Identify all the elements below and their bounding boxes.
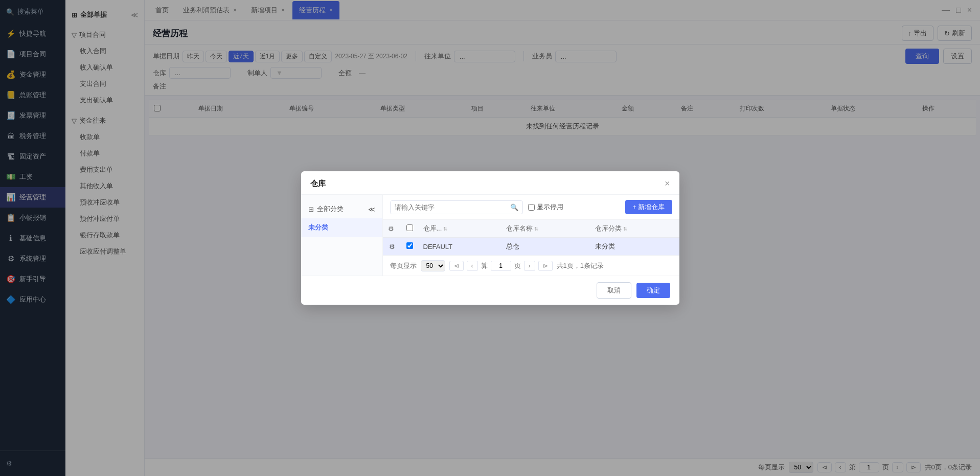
modal-total-info: 共1页，1条记录 xyxy=(557,261,604,270)
modal-page-nav: ⊲ ‹ 算 页 › ⊳ xyxy=(449,261,553,271)
modal-next-page[interactable]: › xyxy=(524,261,535,271)
sort-icon-name[interactable]: ⇅ xyxy=(534,226,538,232)
th-warehouse-name: 仓库名称 ⇅ xyxy=(501,220,590,238)
row-check-1[interactable] xyxy=(406,242,413,249)
modal-uncategorized-label: 未分类 xyxy=(308,223,328,232)
modal-table-wrap: ⚙ 仓库... ⇅ 仓库名称 xyxy=(383,220,679,256)
modal-page-input[interactable] xyxy=(491,261,511,271)
modal-first-page[interactable]: ⊲ xyxy=(449,261,464,271)
modal-search-input[interactable] xyxy=(391,201,506,214)
modal-warehouse: 仓库 × ⊞ 全部分类 ≪ 未分类 xyxy=(301,171,679,305)
modal-table-header: ⚙ 仓库... ⇅ 仓库名称 xyxy=(383,220,679,238)
modal-header: 仓库 × xyxy=(301,171,679,195)
row-gear-1[interactable]: ⚙ xyxy=(383,238,401,256)
modal-category-sidebar: ⊞ 全部分类 ≪ 未分类 xyxy=(301,195,383,276)
modal-jump-label: 算 xyxy=(481,261,488,270)
row-name-1: 总仓 xyxy=(501,238,590,256)
modal-search-icon[interactable]: 🔍 xyxy=(506,203,522,211)
modal-per-page-label: 每页显示 xyxy=(390,261,417,270)
modal-prev-page[interactable]: ‹ xyxy=(467,261,478,271)
cancel-button[interactable]: 取消 xyxy=(597,282,631,299)
th-warehouse-category: 仓库分类 ⇅ xyxy=(590,220,679,238)
show-disabled-label[interactable]: 显示停用 xyxy=(528,202,563,212)
modal-toolbar: 🔍 显示停用 + 新增仓库 xyxy=(383,195,679,220)
modal-last-page[interactable]: ⊳ xyxy=(538,261,553,271)
modal-uncategorized[interactable]: 未分类 xyxy=(301,218,382,237)
row-category-1: 未分类 xyxy=(590,238,679,256)
th-warehouse-code: 仓库... ⇅ xyxy=(418,220,502,238)
th-checkbox xyxy=(401,220,418,238)
show-disabled-text: 显示停用 xyxy=(537,202,563,212)
modal-page-size-select[interactable]: 50 xyxy=(421,260,445,271)
modal-content: 🔍 显示停用 + 新增仓库 ⚙ xyxy=(383,195,679,276)
modal-all-categories-label: 全部分类 xyxy=(317,205,344,214)
modal-search-box: 🔍 xyxy=(390,200,523,214)
modal-action-row: 取消 确定 xyxy=(301,276,679,305)
grid-icon-modal: ⊞ xyxy=(308,206,314,213)
row-checkbox-1[interactable] xyxy=(401,238,418,256)
add-warehouse-button[interactable]: + 新增仓库 xyxy=(625,200,672,214)
th-gear: ⚙ xyxy=(383,220,401,238)
modal-close-button[interactable]: × xyxy=(665,178,670,189)
sort-icon-category[interactable]: ⇅ xyxy=(623,226,627,232)
collapse-icon[interactable]: ≪ xyxy=(368,206,375,213)
modal-footer-bar: 每页显示 50 ⊲ ‹ 算 页 › ⊳ 共1页 xyxy=(383,256,679,276)
modal-all-categories[interactable]: ⊞ 全部分类 ≪ xyxy=(301,200,382,218)
modal-table-row[interactable]: ⚙ DEFAULT 总仓 未分类 xyxy=(383,238,679,256)
row-code-1: DEFAULT xyxy=(418,238,502,256)
show-disabled-checkbox[interactable] xyxy=(528,204,535,211)
modal-overlay: 仓库 × ⊞ 全部分类 ≪ 未分类 xyxy=(0,0,980,476)
confirm-button[interactable]: 确定 xyxy=(636,283,670,298)
modal-body: ⊞ 全部分类 ≪ 未分类 🔍 显示停用 xyxy=(301,195,679,276)
select-all-checkbox[interactable] xyxy=(406,224,413,231)
modal-table: ⚙ 仓库... ⇅ 仓库名称 xyxy=(383,220,679,256)
modal-table-body: ⚙ DEFAULT 总仓 未分类 xyxy=(383,238,679,256)
modal-title: 仓库 xyxy=(310,179,326,189)
sort-icon-code[interactable]: ⇅ xyxy=(443,226,447,232)
modal-page-label: 页 xyxy=(514,261,521,270)
